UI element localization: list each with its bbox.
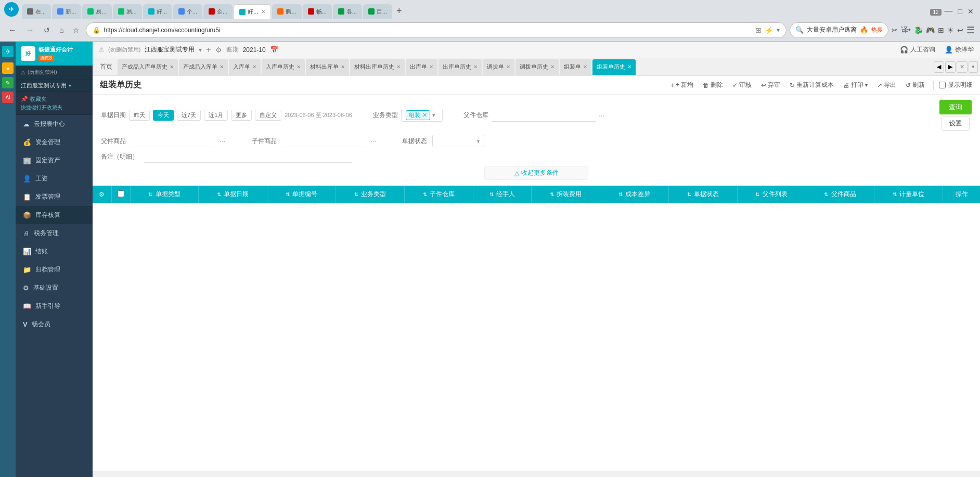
- tab-7[interactable]: 企...: [203, 4, 233, 19]
- undo-icon[interactable]: ↩: [957, 26, 963, 34]
- th-bill-type[interactable]: ⇅ 单据类型: [130, 186, 199, 203]
- favorites-shortcut[interactable]: 快捷键打开收藏夹: [21, 104, 87, 111]
- nav-tab-product-in-history[interactable]: 产成品入库单历史 ✕: [118, 59, 178, 75]
- consult-section[interactable]: 🎧 人工咨询: [900, 45, 935, 54]
- print-dropdown-icon[interactable]: ▾: [865, 82, 868, 88]
- company-name[interactable]: 江西服宝测试专用 ▾: [16, 80, 93, 92]
- menu-icon[interactable]: ☰: [966, 24, 975, 36]
- sidebar-item-guide[interactable]: 📖 新手引导: [16, 297, 93, 315]
- game-icon[interactable]: 🎮: [926, 26, 935, 34]
- company-selector[interactable]: ⚠ (勿删勿禁用): [16, 66, 93, 80]
- translate-icon[interactable]: 译•: [901, 25, 911, 35]
- close-tab-5[interactable]: ✕: [341, 64, 345, 70]
- child-goods-input[interactable]: [282, 135, 365, 147]
- strip-icon-4[interactable]: Ai: [2, 92, 14, 103]
- dropdown-arrow-icon[interactable]: ▾: [777, 27, 780, 34]
- lightning-icon[interactable]: ⚡: [765, 26, 773, 34]
- yesterday-btn[interactable]: 昨天: [129, 110, 150, 121]
- company-select-icon[interactable]: ▾: [199, 46, 202, 54]
- last-month-btn[interactable]: 近1月: [204, 110, 228, 121]
- recalculate-button[interactable]: ↻ 重新计算成本: [786, 79, 837, 91]
- maximize-icon[interactable]: □: [958, 7, 962, 16]
- abandon-button[interactable]: ↩ 弃审: [758, 79, 783, 91]
- delete-button[interactable]: 🗑 删除: [700, 79, 726, 91]
- gear-account-icon[interactable]: ⚙: [215, 46, 222, 54]
- sidebar-item-assets[interactable]: 🏢 固定资产: [16, 151, 93, 170]
- th-bill-date[interactable]: ⇅ 单据日期: [199, 186, 267, 203]
- close-tab-9[interactable]: ✕: [506, 64, 510, 70]
- child-goods-more-icon[interactable]: ···: [370, 137, 377, 145]
- more-btn[interactable]: 更多: [231, 110, 252, 121]
- strip-icon-3[interactable]: ✎: [2, 77, 14, 88]
- th-biz-type[interactable]: ⇅ 业务类型: [336, 186, 404, 203]
- minimize-icon[interactable]: —: [945, 6, 953, 16]
- export-button[interactable]: ↗ 导出: [874, 79, 899, 91]
- nav-tab-in[interactable]: 入库单 ✕: [229, 59, 261, 75]
- parent-goods-more-icon[interactable]: ···: [220, 137, 226, 145]
- reload-button[interactable]: ↺: [41, 24, 53, 36]
- th-bill-no[interactable]: ⇅ 单据编号: [267, 186, 336, 203]
- select-all-checkbox[interactable]: [118, 190, 124, 197]
- th-parent-goods[interactable]: ⇅ 父件商品: [806, 186, 874, 203]
- add-company-btn[interactable]: +: [206, 45, 211, 55]
- tab-3[interactable]: 易...: [82, 4, 111, 19]
- nav-tab-material-out[interactable]: 材料出库单 ✕: [306, 59, 349, 75]
- th-bill-status[interactable]: ⇅ 单据状态: [668, 186, 737, 203]
- tab-11[interactable]: 各...: [333, 4, 362, 19]
- th-unit[interactable]: ⇅ 计量单位: [874, 186, 943, 203]
- tab-10[interactable]: 畅...: [303, 4, 332, 19]
- nav-tab-product-in[interactable]: 产成品入库单 ✕: [179, 59, 228, 75]
- tab-5[interactable]: 好...: [143, 4, 172, 19]
- sidebar-item-salary[interactable]: 👤 工资: [16, 170, 93, 188]
- forward-button[interactable]: →: [23, 24, 37, 36]
- bookmark-button[interactable]: ☆: [70, 24, 83, 36]
- th-child-warehouse[interactable]: ⇅ 子件仓库: [404, 186, 473, 203]
- strip-icon-2[interactable]: ★: [2, 62, 14, 74]
- nav-tab-home[interactable]: 首页: [95, 59, 118, 75]
- custom-btn[interactable]: 自定义: [255, 110, 281, 121]
- strip-icon-1[interactable]: ✈: [2, 46, 14, 57]
- sidebar-item-settings[interactable]: ⚙ 基础设置: [16, 279, 93, 297]
- notes-input[interactable]: [144, 150, 352, 163]
- add-button[interactable]: + + 新增: [667, 79, 697, 91]
- tab-next-btn[interactable]: ▶: [945, 61, 956, 73]
- nav-tab-transfer-history[interactable]: 调拨单历史 ✕: [515, 59, 559, 75]
- sidebar-item-tax[interactable]: 🖨 税务管理: [16, 224, 93, 242]
- tab-12[interactable]: 目...: [363, 4, 392, 19]
- scissor-icon[interactable]: ✂: [892, 26, 898, 34]
- tab-active[interactable]: 好... ✕: [234, 4, 271, 19]
- nav-tab-in-history[interactable]: 入库单历史 ✕: [262, 59, 305, 75]
- query-button[interactable]: 查询: [939, 100, 972, 114]
- calendar-icon[interactable]: 📅: [270, 46, 278, 54]
- qr-icon[interactable]: ⊞: [755, 26, 762, 34]
- nav-tab-out[interactable]: 出库单 ✕: [406, 59, 437, 75]
- tab-menu-btn[interactable]: ▾: [969, 61, 978, 73]
- nav-tab-assembly[interactable]: 组装单 ✕: [560, 59, 591, 75]
- close-tab-3[interactable]: ✕: [252, 64, 256, 70]
- sidebar-item-finance[interactable]: 💰 资金管理: [16, 133, 93, 151]
- sidebar-item-checkout[interactable]: 📊 结账: [16, 242, 93, 261]
- print-button[interactable]: 🖨 打印 ▾: [840, 79, 871, 91]
- today-btn[interactable]: 今天: [153, 110, 174, 121]
- close-tab-12[interactable]: ✕: [627, 64, 631, 70]
- th-handler[interactable]: ⇅ 经手人: [473, 186, 532, 203]
- close-tab-11[interactable]: ✕: [583, 64, 587, 70]
- favorites-label[interactable]: 📌 收藏夹: [21, 95, 87, 103]
- active-tab-close[interactable]: ✕: [261, 9, 265, 15]
- biz-type-remove-icon[interactable]: ✕: [422, 112, 427, 119]
- grid-icon[interactable]: ⊞: [938, 26, 944, 34]
- biz-type-dropdown-icon[interactable]: ▾: [432, 112, 435, 119]
- show-detail-checkbox-wrapper[interactable]: 显示明细: [939, 81, 973, 89]
- bottom-scrollbar[interactable]: [93, 471, 980, 477]
- th-disassembly-fee[interactable]: ⇅ 拆装费用: [532, 186, 600, 203]
- tab-2[interactable]: 新...: [52, 4, 81, 19]
- close-tab-6[interactable]: ✕: [396, 64, 401, 70]
- tab-9[interactable]: 腾...: [272, 4, 301, 19]
- url-input[interactable]: [104, 27, 752, 34]
- last7-btn[interactable]: 近7天: [177, 110, 201, 121]
- nav-tab-out-history[interactable]: 出库单历史 ✕: [439, 59, 482, 75]
- refresh-button[interactable]: ↺ 刷新: [902, 79, 928, 91]
- sidebar-item-member[interactable]: V 畅会员: [16, 315, 93, 333]
- new-tab-button[interactable]: +: [393, 6, 405, 17]
- sidebar-item-archive[interactable]: 📁 归档管理: [16, 261, 93, 279]
